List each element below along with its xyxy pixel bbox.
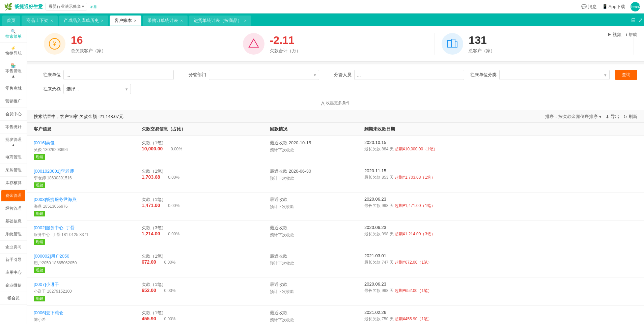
customer-code-2[interactable]: [0003] (34, 197, 46, 202)
sidebar-toggle[interactable]: 示意 (90, 4, 97, 9)
table-container: 客户信息 欠款交易信息（占比） 回款情况 到期未收款日期 [0016]吴俊 吴俊… (27, 123, 644, 324)
logo-text: 畅捷通好生意 (15, 4, 43, 10)
help-btn[interactable]: ℹ 帮助 (625, 32, 637, 38)
customer-code-4[interactable]: [000002] (34, 254, 51, 259)
sidebar-item-purchase-management[interactable]: 采购管理 (0, 164, 27, 177)
sort-btn[interactable]: 排序：按欠款金额倒序排序 ▾ (545, 114, 601, 120)
customer-badge-1: 现销 (34, 182, 45, 188)
customer-name-0[interactable]: 吴俊 (46, 140, 55, 145)
sidebar-item-newbie[interactable]: 新手引导 (0, 254, 27, 266)
debt-percent-0: 0.00% (171, 147, 182, 151)
tab-customer-account-close[interactable]: ✕ (134, 19, 137, 23)
customer-name-6[interactable]: 去下粮仓 (46, 310, 63, 315)
user-avatar[interactable]: demo2 (631, 2, 640, 11)
app-download-btn[interactable]: 📱 App下载 (602, 4, 625, 10)
customer-code-3[interactable]: [0002] (34, 225, 46, 230)
sidebar-item-enterprise[interactable]: 企业协同 (0, 241, 27, 254)
sidebar-item-batch-management[interactable]: 批发管理 ▲ (0, 134, 27, 151)
overdue-link-6[interactable]: 超期¥455.90（1笔） (395, 317, 432, 321)
sidebar-item-system[interactable]: 系统管理 (0, 228, 27, 241)
export-btn[interactable]: ⬇ 导出 (606, 114, 619, 120)
tab-import-stats-close[interactable]: ✕ (244, 19, 247, 23)
debt-count-4: 欠款（1笔） (142, 253, 270, 259)
recovery-info-3: 最近收款 预计下次收款 (270, 225, 364, 238)
overdue-link-3[interactable]: 超期¥1,214.00（3笔） (395, 232, 435, 236)
customer-name-2[interactable]: 畅捷服务尹海燕 (46, 197, 77, 202)
tab-expand-icon[interactable]: ⤢ (638, 17, 643, 23)
customer-code-1[interactable]: [0001020001] (34, 169, 61, 174)
debt-amount-6[interactable]: 455.90 (142, 316, 156, 321)
customer-name-5[interactable]: 小迸干 (46, 282, 59, 287)
sidebar-item-quick-nav[interactable]: ⚡ 快捷导航 (0, 42, 27, 60)
filter-area: 往来单位 ... 分管部门 ▾ 分管人员 ... (27, 64, 644, 111)
debt-amount-2[interactable]: 1,471.00 (142, 203, 160, 208)
sidebar-item-finance[interactable]: 资金管理 (1, 190, 25, 202)
debt-amount-1[interactable]: 1,703.68 (142, 174, 160, 180)
filter-input-source-unit[interactable]: ... (63, 70, 174, 80)
debt-amount-5[interactable]: 652.00 (142, 288, 156, 293)
sidebar-item-ecommerce[interactable]: 电商管理 (0, 151, 27, 164)
collapse-btn[interactable]: ⋀ 收起更多条件 (34, 98, 637, 108)
customer-name-1[interactable]: 李老师 (61, 169, 74, 174)
customer-code-5[interactable]: [0007] (34, 282, 46, 287)
overdue-link-5[interactable]: 超期¥652.00（1笔） (395, 288, 432, 293)
quick-nav-icon: ⚡ (1, 46, 25, 51)
result-summary: 搜索结果中，客户16家 欠款金额 -21,148.07元 (34, 114, 123, 120)
sidebar-item-retail-mall[interactable]: 零售商城 (0, 82, 27, 95)
filter-select-dept[interactable]: ▾ (209, 70, 319, 80)
tab-import-stats-label: 进货单统计表（按商品） (194, 18, 242, 24)
stat-card-overdue-amount: -2.11 欠款合计（万） (236, 33, 435, 55)
filter-select-unit-category[interactable]: ▾ (499, 70, 610, 80)
col-header-debt: 欠款交易信息（占比） (142, 126, 270, 132)
overdue-link-0[interactable]: 超期¥10,000.00（1笔） (395, 147, 438, 151)
sidebar-item-retail-stats[interactable]: 零售统计 (0, 121, 27, 134)
sidebar-search[interactable]: 🔍 搜索菜单 (0, 26, 27, 42)
customer-name-4[interactable]: 用户2050 (51, 254, 69, 259)
tab-customer-account[interactable]: 客户账本 ✕ (110, 16, 141, 26)
tab-window-icon[interactable]: ⊟ (631, 17, 636, 23)
filter-select-balance[interactable]: 选择... ▾ (63, 84, 131, 94)
tab-product-offline-close[interactable]: ✕ (50, 19, 53, 23)
sidebar-item-basic-info[interactable]: 基础信息 (0, 215, 27, 228)
message-btn[interactable]: 💬 消息 (581, 4, 597, 10)
filter-input-person[interactable]: ... (354, 70, 465, 80)
tab-bar: 首页 商品上下架 ✕ 产成品入库单历史 ✕ 客户账本 ✕ 采购订单统计表 ✕ 进… (0, 13, 644, 26)
overdue-link-1[interactable]: 超期¥1,703.68（1笔） (395, 175, 435, 180)
customer-contact-5: 小迸干 18279152100 (34, 289, 142, 294)
overdue-link-2[interactable]: 超期¥1,471.00（1笔） (395, 203, 435, 208)
tab-product-offline[interactable]: 商品上下架 ✕ (22, 16, 58, 26)
customer-code-0[interactable]: [0016] (34, 140, 46, 145)
customer-name-3[interactable]: 服务中心_丁磊 (46, 225, 75, 230)
sidebar-item-marketing[interactable]: 营销推广 (0, 95, 27, 108)
stats-row: ¥ 16 总欠款客户（家） -2.11 欠款合计（万） (27, 26, 644, 62)
refresh-btn[interactable]: ↻ 刷新 (623, 114, 637, 120)
tab-purchase-order[interactable]: 采购订单统计表 ✕ (143, 16, 188, 26)
sidebar-item-operation[interactable]: 经营管理 (0, 202, 27, 215)
video-btn[interactable]: ▶ 视频 (607, 32, 622, 38)
store-selector[interactable]: 母婴行业演示账套 ▾ (46, 3, 87, 10)
tab-product-history-close[interactable]: ✕ (101, 19, 104, 23)
stat-text-amount: -2.11 欠款合计（万） (270, 34, 301, 54)
customer-code-6[interactable]: [0006] (34, 310, 46, 315)
recovery-info-2: 最近收款 预计下次收款 (270, 197, 364, 210)
debt-amount-3[interactable]: 1,214.00 (142, 231, 160, 236)
sidebar-item-inventory[interactable]: 库存核算 (0, 177, 27, 189)
debt-count-6: 欠款（1笔） (142, 310, 270, 316)
debt-amount-4[interactable]: 672.00 (142, 259, 156, 265)
sidebar-item-enterprise-wx[interactable]: 企业微信 (0, 279, 27, 292)
tab-home[interactable]: 首页 (2, 16, 20, 26)
customer-contact-6: 陈小希 (34, 317, 142, 323)
overdue-link-4[interactable]: 超期¥672.00（1笔） (395, 260, 432, 265)
sidebar-item-app-center[interactable]: 应用中心 (0, 266, 27, 279)
sidebar-item-member-center[interactable]: 会员中心 (0, 108, 27, 121)
search-button[interactable]: 查询 (615, 70, 637, 80)
sidebar-item-vip[interactable]: 畅会员 (0, 292, 27, 305)
debt-amount-0[interactable]: 10,000.00 (142, 146, 163, 151)
tab-purchase-order-close[interactable]: ✕ (180, 19, 183, 23)
tab-product-history[interactable]: 产成品入库单历史 ✕ (59, 16, 108, 26)
debt-count-3: 欠款（3笔） (142, 225, 270, 231)
tab-product-history-label: 产成品入库单历史 (64, 18, 99, 24)
tab-import-stats[interactable]: 进货单统计表（按商品） ✕ (189, 16, 251, 26)
sidebar-item-retail-management[interactable]: 🏪 零售管理 ▲ (0, 60, 27, 82)
table-row: [0002]服务中心_丁磊 服务中心_丁磊 181 0125 8371 现销 欠… (27, 221, 644, 249)
